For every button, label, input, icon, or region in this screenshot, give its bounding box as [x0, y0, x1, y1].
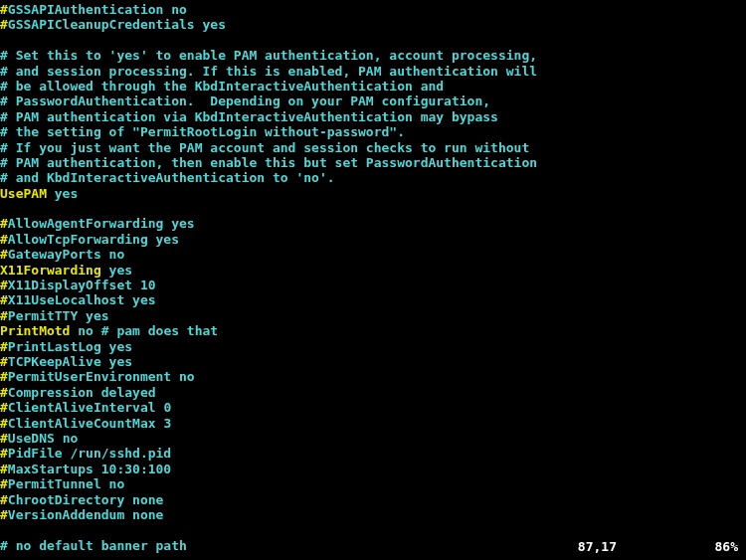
token-key-active: PrintMotd — [0, 323, 78, 338]
token-key: PermitUserEnvironment — [8, 369, 179, 384]
token-comment-text: and session processing. If this is enabl… — [16, 64, 537, 79]
token-sharp: # — [0, 232, 8, 247]
token-value-active: no — [78, 323, 100, 338]
editor-line[interactable]: #PermitTunnel no — [0, 476, 537, 491]
editor-line[interactable]: #ClientAliveCountMax 3 — [0, 416, 537, 431]
token-value: yes — [203, 17, 226, 32]
token-key: GSSAPIAuthentication — [8, 2, 171, 17]
token-comment-text: PAM authentication via KbdInteractiveAut… — [16, 109, 498, 124]
editor-line[interactable] — [0, 522, 537, 537]
editor-line[interactable]: #TCPKeepAlive yes — [0, 354, 537, 369]
token-value: 3 — [163, 416, 171, 431]
token-value: yes — [171, 216, 194, 231]
editor-line[interactable]: # and KbdInteractiveAuthentication to 'n… — [0, 170, 537, 185]
token-key: ChrootDirectory — [8, 492, 132, 507]
editor-line[interactable]: PrintMotd no # pam does that — [0, 323, 537, 338]
token-key-active: UsePAM — [0, 186, 55, 201]
token-sharp: # — [0, 492, 8, 507]
scroll-percent: 86% — [715, 539, 738, 554]
token-sharp: # — [0, 308, 8, 323]
token-sharp: # — [0, 400, 8, 415]
token-comment-text: be allowed through the KbdInteractiveAut… — [16, 79, 444, 93]
token-key: UseDNS — [8, 431, 63, 446]
token-sharp: # — [0, 385, 8, 400]
token-comment-text: PAM authentication, then enable this but… — [16, 155, 537, 170]
editor-line[interactable]: #MaxStartups 10:30:100 — [0, 462, 537, 476]
editor-line[interactable]: #UseDNS no — [0, 431, 537, 446]
token-sharp: # — [0, 292, 8, 307]
token-sharp: # — [0, 431, 8, 446]
editor-line[interactable]: # be allowed through the KbdInteractiveA… — [0, 79, 537, 93]
token-key: TCPKeepAlive — [8, 354, 109, 369]
editor-line[interactable]: # the setting of "PermitRootLogin withou… — [0, 124, 537, 139]
editor-line[interactable]: #GSSAPIAuthentication no — [0, 2, 537, 17]
editor-line[interactable]: #AllowTcpForwarding yes — [0, 232, 537, 247]
editor-line[interactable]: #ClientAliveInterval 0 — [0, 400, 537, 415]
editor-line[interactable]: #X11UseLocalhost yes — [0, 292, 537, 307]
token-sharp: # — [0, 354, 8, 369]
token-sharp: # — [0, 216, 8, 231]
token-comment-hash: # — [0, 64, 16, 79]
token-key: PrintLastLog — [8, 339, 109, 354]
token-value: yes — [109, 339, 132, 354]
editor-line[interactable]: # PAM authentication via KbdInteractiveA… — [0, 109, 537, 124]
editor-line[interactable]: # PAM authentication, then enable this b… — [0, 155, 537, 170]
token-sharp: # — [0, 446, 8, 461]
editor-line[interactable]: #PermitTTY yes — [0, 308, 537, 323]
token-value: yes — [86, 308, 108, 323]
token-key: PidFile — [8, 446, 71, 461]
token-value: no — [63, 431, 79, 446]
token-comment-text: the setting of "PermitRootLogin without-… — [16, 124, 405, 139]
token-comment-hash: # — [101, 323, 117, 338]
editor-line[interactable]: # PasswordAuthentication. Depending on y… — [0, 93, 537, 108]
token-comment-text: Set this to 'yes' to enable PAM authenti… — [16, 48, 537, 63]
token-key: X11DisplayOffset — [8, 278, 140, 292]
editor-viewport[interactable]: #GSSAPIAuthentication no#GSSAPICleanupCr… — [0, 2, 537, 553]
token-comment-hash: # — [0, 155, 16, 170]
editor-line[interactable]: UsePAM yes — [0, 186, 537, 201]
editor-line[interactable]: #PrintLastLog yes — [0, 339, 537, 354]
editor-line[interactable]: #ChrootDirectory none — [0, 492, 537, 507]
editor-line[interactable] — [0, 33, 537, 48]
editor-line[interactable]: #PidFile /run/sshd.pid — [0, 446, 537, 461]
token-key: ClientAliveCountMax — [8, 416, 164, 431]
editor-line[interactable]: # and session processing. If this is ena… — [0, 64, 537, 79]
editor-line[interactable]: #X11DisplayOffset 10 — [0, 278, 537, 292]
token-key: PermitTTY — [8, 308, 86, 323]
token-key: GSSAPICleanupCredentials — [8, 17, 203, 32]
token-sharp: # — [0, 339, 8, 354]
token-comment-text: If you just want the PAM account and ses… — [16, 140, 530, 155]
token-sharp: # — [0, 2, 8, 17]
editor-line[interactable]: # If you just want the PAM account and s… — [0, 140, 537, 155]
token-key: PermitTunnel — [8, 476, 109, 491]
editor-line[interactable]: #AllowAgentForwarding yes — [0, 216, 537, 231]
editor-line[interactable]: #GSSAPICleanupCredentials yes — [0, 17, 537, 32]
editor-line[interactable] — [0, 201, 537, 216]
token-value: none — [132, 507, 163, 522]
token-comment-hash: # — [0, 48, 16, 63]
editor-line[interactable]: #Compression delayed — [0, 385, 537, 400]
editor-line[interactable]: # Set this to 'yes' to enable PAM authen… — [0, 48, 537, 63]
token-value: no — [109, 247, 125, 262]
editor-line[interactable]: #VersionAddendum none — [0, 507, 537, 522]
token-value: 10 — [140, 278, 156, 292]
token-sharp: # — [0, 416, 8, 431]
token-value: 0 — [163, 400, 171, 415]
token-sharp: # — [0, 278, 8, 292]
token-sharp: # — [0, 507, 8, 522]
token-value: /run/sshd.pid — [70, 446, 171, 461]
editor-line[interactable]: X11Forwarding yes — [0, 263, 537, 278]
token-sharp: # — [0, 462, 8, 476]
token-value-active: yes — [109, 263, 132, 278]
token-comment-hash: # — [0, 109, 16, 124]
token-key: AllowTcpForwarding — [8, 232, 156, 247]
token-value: 10:30:100 — [101, 462, 171, 476]
token-comment-hash: # — [0, 140, 16, 155]
editor-line[interactable]: #PermitUserEnvironment no — [0, 369, 537, 384]
token-sharp: # — [0, 247, 8, 262]
vim-status-bar: 87,17 86% — [0, 539, 746, 554]
token-sharp: # — [0, 17, 8, 32]
editor-line[interactable]: #GatewayPorts no — [0, 247, 537, 262]
token-comment-text: and KbdInteractiveAuthentication to 'no'… — [16, 170, 335, 185]
token-comment-hash: # — [0, 93, 16, 108]
